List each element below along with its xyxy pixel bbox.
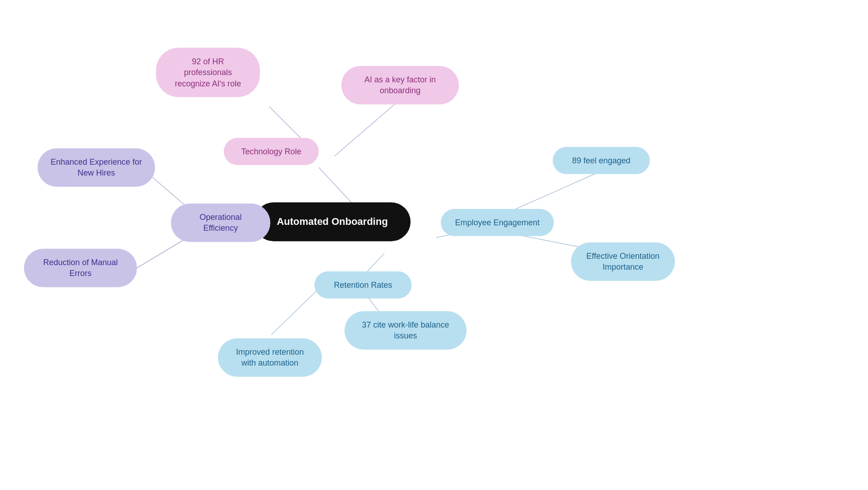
operational-efficiency-node: Operational Efficiency	[171, 204, 270, 242]
hr-professionals-node: 92 of HR professionals recognize AI's ro…	[156, 48, 260, 97]
reduction-errors-node: Reduction of Manual Errors	[24, 249, 137, 287]
ai-key-factor-node: AI as a key factor in onboarding	[341, 66, 459, 105]
employee-engagement-node: Employee Engagement	[441, 209, 554, 236]
feel-engaged-node: 89 feel engaged	[553, 147, 650, 174]
retention-rates-node: Retention Rates	[315, 271, 412, 299]
improved-retention-node: Improved retention with automation	[218, 338, 322, 377]
svg-line-2	[335, 100, 400, 156]
effective-orientation-node: Effective Orientation Importance	[571, 243, 675, 281]
svg-line-10	[271, 291, 316, 335]
technology-role-node: Technology Role	[224, 138, 319, 165]
work-life-balance-node: 37 cite work-life balance issues	[344, 311, 467, 350]
center-node: Automated Onboarding	[254, 202, 410, 241]
enhanced-experience-node: Enhanced Experience for New Hires	[38, 148, 155, 187]
